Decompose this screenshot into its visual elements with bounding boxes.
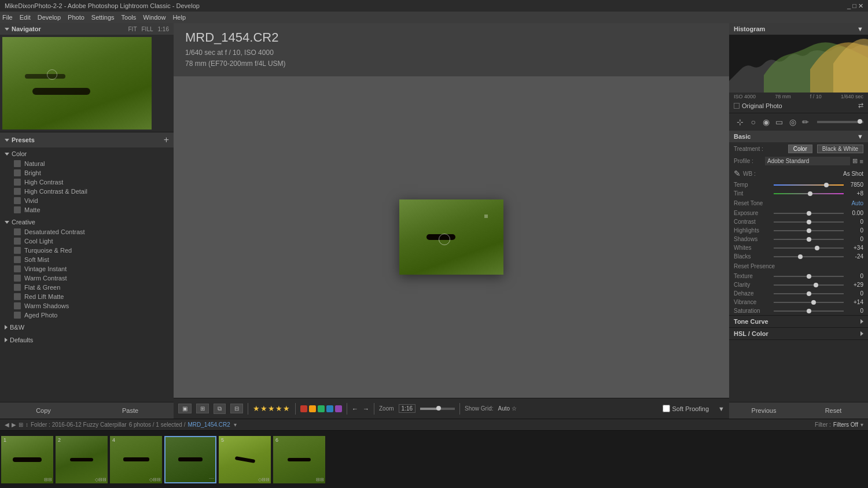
minimize-btn[interactable]: _ [847,2,851,9]
view-icons[interactable]: ⊞ [19,422,23,428]
preset-soft-mist[interactable]: Soft Mist [0,255,174,264]
nav-next-icon[interactable]: → [363,405,369,412]
radial-gradient-tool[interactable]: ◎ [786,116,799,128]
preset-warm-shadows[interactable]: Warm Shadows [0,301,174,310]
presets-add-icon[interactable]: + [164,135,169,145]
contrast-slider[interactable] [774,221,844,223]
adjustment-brush-tool[interactable]: ✏ [799,116,812,128]
nav-next-small[interactable]: ▶ [12,422,16,428]
color-green[interactable] [318,405,325,412]
zoom-slider[interactable] [420,408,455,410]
menu-window[interactable]: Window [143,14,165,21]
clarity-slider[interactable] [774,284,844,286]
preset-flat-green[interactable]: Flat & Green [0,283,174,292]
auto-btn[interactable]: Auto [851,200,863,206]
preset-cool-light[interactable]: Cool Light [0,236,174,246]
wb-value[interactable]: As Shot [843,171,863,177]
filter-dropdown[interactable]: ▾ [860,422,863,428]
basic-expand-icon[interactable]: ▼ [857,133,863,140]
tone-curve-header[interactable]: Tone Curve [729,316,868,327]
blacks-slider[interactable] [774,256,844,257]
navigator-header[interactable]: Navigator FIT FILL 1:16 [0,23,174,35]
profile-value[interactable]: Adobe Standard [765,157,850,165]
view-grid[interactable]: ⊞ [196,404,209,413]
color-blue[interactable] [326,405,333,412]
eyedropper-icon[interactable]: ✎ [734,169,741,178]
histogram-expand-icon[interactable]: ▼ [857,25,863,32]
navigator-thumbnail[interactable] [2,37,152,130]
preset-group-bw-header[interactable]: B&W [0,322,174,332]
filmstrip-thumb-4[interactable]: 4 ◇⊟⊟ [110,436,162,483]
profile-browse-icon[interactable]: ⊞ [852,157,858,165]
temp-slider[interactable] [774,184,844,186]
nav-prev-icon[interactable]: ← [352,405,358,412]
preset-vivid[interactable]: Vivid [0,196,174,205]
filter-value[interactable]: Filters Off [833,422,858,428]
tint-slider[interactable] [774,193,844,194]
color-red[interactable] [300,405,307,412]
preset-desaturated-contrast[interactable]: Desaturated Contrast [0,227,174,236]
preset-group-creative-header[interactable]: Creative [0,217,174,227]
red-eye-tool[interactable]: ◉ [760,116,773,128]
shadows-slider[interactable] [774,239,844,240]
preset-high-contrast[interactable]: High Contrast [0,178,174,187]
filmstrip-dropdown[interactable]: ▾ [234,422,237,428]
menu-help[interactable]: Help [172,14,186,21]
maximize-btn[interactable]: □ [852,2,856,9]
saturation-slider[interactable] [774,310,844,312]
nav-prev-small[interactable]: ◀ [5,422,9,428]
preset-vintage-instant[interactable]: Vintage Instant [0,264,174,273]
preset-aged-photo[interactable]: Aged Photo [0,310,174,320]
menu-photo[interactable]: Photo [68,14,84,21]
star-rating[interactable]: ★★★★★ [253,404,290,413]
preset-warm-contrast[interactable]: Warm Contrast [0,273,174,283]
filmstrip-thumb-5[interactable]: 5 ◇⊟⊟ [219,436,271,483]
filmstrip-thumb-1[interactable]: 1 ⊟⊟ [1,436,53,483]
settings-icon[interactable]: ▼ [718,405,724,412]
zoom-1-16[interactable]: 1:16 [158,26,169,32]
original-photo-toggle[interactable]: Original Photo [734,102,782,109]
highlights-slider[interactable] [774,230,844,231]
preset-bright[interactable]: Bright [0,168,174,178]
preset-red-lift-matte[interactable]: Red Lift Matte [0,292,174,301]
histogram-header[interactable]: Histogram ▼ [729,23,868,35]
zoom-fit[interactable]: FIT [128,26,137,32]
dehaze-slider[interactable] [774,293,844,294]
paste-button[interactable]: Paste [87,402,174,419]
vibrance-slider[interactable] [774,302,844,303]
zoom-fill[interactable]: FILL [142,26,153,32]
menu-edit[interactable]: Edit [20,14,31,21]
profile-settings-icon[interactable]: ≡ [860,158,863,165]
preset-natural[interactable]: Natural [0,159,174,168]
spot-removal-tool[interactable]: ○ [747,116,760,128]
whites-slider[interactable] [774,247,844,249]
color-purple[interactable] [335,405,342,412]
filmstrip-thumb-selected[interactable]: ···· [164,436,216,483]
treatment-color-btn[interactable]: Color [788,145,812,153]
close-btn[interactable]: ✕ [858,2,863,9]
treatment-bw-btn[interactable]: Black & White [817,145,863,153]
photo-canvas[interactable] [174,76,729,398]
soft-proofing-checkbox[interactable] [663,405,670,412]
preset-matte[interactable]: Matte [0,205,174,215]
linear-gradient-tool[interactable]: ▭ [773,116,786,128]
opacity-slider[interactable] [817,121,863,123]
menu-settings[interactable]: Settings [91,14,115,21]
original-photo-icon[interactable]: ⇄ [858,102,863,109]
filmstrip-thumb-6[interactable]: 6 ⊟⊟ [273,436,325,483]
original-photo-checkbox[interactable] [734,103,740,109]
exposure-slider[interactable] [774,213,844,214]
view-options[interactable]: ⊟ [230,404,243,413]
reset-button[interactable]: Reset [799,402,868,419]
view-single[interactable]: ▣ [178,404,192,413]
view-compare[interactable]: ⧉ [214,404,226,414]
presets-header[interactable]: Presets + [0,132,174,147]
texture-slider[interactable] [774,276,844,277]
menu-file[interactable]: File [2,14,13,21]
filmstrip-filename[interactable]: MRD_1454.CR2 [187,422,230,428]
grid-value[interactable]: Auto ☆ [498,405,517,412]
menu-develop[interactable]: Develop [38,14,61,21]
previous-button[interactable]: Previous [729,402,799,419]
zoom-value[interactable]: 1:16 [399,404,415,413]
basic-header[interactable]: Basic ▼ [729,131,868,142]
